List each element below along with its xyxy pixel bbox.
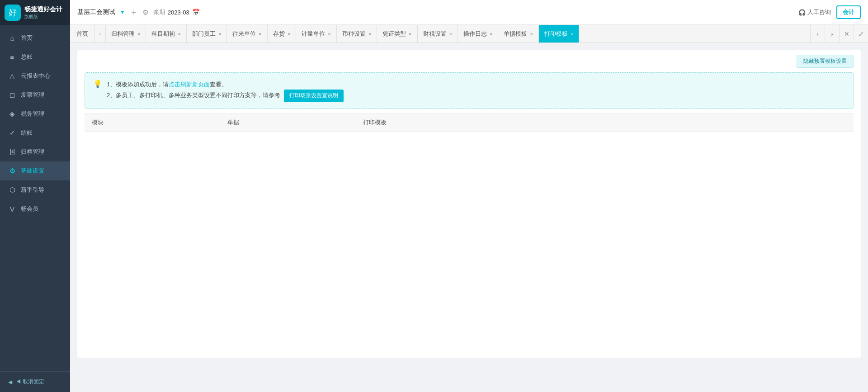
home-icon: ⌂ (8, 34, 16, 42)
tab-department[interactable]: 部门员工 × (187, 25, 227, 43)
tab-printtemplate-label: 打印模板 (544, 30, 568, 38)
notice-content: 💡 1、模板添加成功后，请点击刷新新页面查看。 2、多员工、多打印机、多种业务类… (93, 79, 845, 102)
period-value: 2023-03 (168, 9, 189, 16)
sidebar-item-vip-label: 畅会员 (21, 205, 38, 213)
tab-supplier-close[interactable]: × (259, 31, 261, 37)
tab-inventory[interactable]: 存货 × (268, 25, 296, 43)
tabbar: 首页 ‹ 归档管理 × 科目期初 × 部门员工 × 往来单位 × 存货 × 计量… (70, 25, 868, 43)
tab-subject-close[interactable]: × (178, 31, 180, 37)
tab-home[interactable]: 首页 (70, 25, 95, 43)
tab-sliptemplate[interactable]: 单据模板 × (498, 25, 538, 43)
tab-inventory-close[interactable]: × (288, 31, 290, 37)
topbar-left: 基层工会测试 ▼ ＋ ⚙ 账期 2023-03 📅 (77, 8, 200, 17)
tab-supplier[interactable]: 往来单位 × (227, 25, 267, 43)
tab-subject-label: 科目期初 (151, 30, 175, 38)
tab-sliptemplate-label: 单据模板 (504, 30, 527, 38)
tab-expand-btn[interactable]: ⤢ (854, 25, 868, 43)
table-col-module: 模块 (85, 118, 220, 127)
sidebar-item-tax[interactable]: ◈ 税务管理 (0, 104, 70, 123)
sidebar-nav: ⌂ 首页 ≡ 总账 △ 云报表中心 ◻ 发票管理 ◈ 税务管理 ✓ 结账 🗄 归… (0, 25, 70, 371)
period-label: 账期 (153, 8, 165, 16)
print-scene-btn[interactable]: 打印场景设置宣说明 (284, 90, 344, 102)
sidebar-item-home-label: 首页 (21, 34, 33, 42)
tab-inventory-label: 存货 (273, 30, 285, 38)
vip-icon: V (8, 205, 16, 213)
sidebar-item-settings[interactable]: ⚙ 基础设置 (0, 161, 70, 180)
tab-subject[interactable]: 科目期初 × (146, 25, 186, 43)
notice-line1-suffix: 查看。 (210, 81, 227, 88)
tab-currency-close[interactable]: × (368, 31, 371, 37)
checkout-icon: ✓ (8, 129, 16, 137)
calendar-icon[interactable]: 📅 (192, 9, 200, 16)
logo-text: 畅捷通好会计 旗舰版 (24, 5, 62, 20)
period-section: 账期 2023-03 📅 (153, 8, 200, 16)
tab-sliptemplate-close[interactable]: × (530, 31, 533, 37)
table-col-template: 打印模板 (356, 118, 854, 127)
main-area: 基层工会测试 ▼ ＋ ⚙ 账期 2023-03 📅 🎧 人工咨询 会计 首页 ‹… (70, 0, 868, 392)
tab-oplog-close[interactable]: × (490, 31, 492, 37)
tab-voucher-close[interactable]: × (409, 31, 411, 37)
service-btn[interactable]: 🎧 人工咨询 (798, 8, 831, 16)
tab-taxsetting-close[interactable]: × (449, 31, 452, 37)
sidebar: 好 畅捷通好会计 旗舰版 ⌂ 首页 ≡ 总账 △ 云报表中心 ◻ 发票管理 ◈ … (0, 0, 70, 392)
notice-line2-prefix: 2、多员工、多打印机、多种业务类型设置不同打印方案等，请参考 (107, 92, 280, 99)
notice-bulb-icon: 💡 (93, 80, 102, 88)
tab-scroll-left-btn[interactable]: ‹ (810, 25, 825, 43)
tab-currency[interactable]: 币种设置 × (337, 25, 377, 43)
notice-text: 1、模板添加成功后，请点击刷新新页面查看。 2、多员工、多打印机、多种业务类型设… (107, 79, 845, 102)
tab-close-all-btn[interactable]: ✕ (839, 25, 854, 43)
sidebar-item-reports[interactable]: △ 云报表中心 (0, 66, 70, 85)
table-col-slip: 单据 (220, 118, 356, 127)
unpin-icon: ◀ (8, 379, 12, 385)
sidebar-footer-label: ◀ 取消固定 (16, 378, 44, 386)
hide-presets-section: 隐藏预置模板设置 (77, 50, 861, 68)
tab-printtemplate[interactable]: 打印模板 × (539, 25, 579, 43)
table-header: 模块 单据 打印模板 (85, 113, 854, 132)
topbar-setting-icon[interactable]: ⚙ (142, 8, 149, 17)
company-name: 基层工会测试 (77, 8, 115, 16)
tab-home-label: 首页 (76, 30, 88, 38)
settings-icon: ⚙ (8, 167, 16, 175)
tab-supplier-label: 往来单位 (232, 30, 256, 38)
tab-measure-close[interactable]: × (328, 31, 330, 37)
tab-actions: ‹ › ✕ ⤢ (810, 25, 868, 43)
add-tab-btn[interactable]: ＋ (130, 8, 138, 16)
hide-presets-button[interactable]: 隐藏预置模板设置 (797, 55, 854, 68)
sidebar-item-guide[interactable]: ⬡ 新手引导 (0, 180, 70, 199)
tab-oplog-label: 操作日志 (463, 30, 487, 38)
logo-title: 畅捷通好会计 (24, 5, 62, 14)
sidebar-item-ledger-label: 总账 (21, 53, 33, 61)
tab-measure[interactable]: 计量单位 × (296, 25, 336, 43)
tab-oplog[interactable]: 操作日志 × (458, 25, 498, 43)
tab-department-close[interactable]: × (218, 31, 221, 37)
topbar: 基层工会测试 ▼ ＋ ⚙ 账期 2023-03 📅 🎧 人工咨询 会计 (70, 0, 868, 25)
tab-taxsetting[interactable]: 财税设置 × (418, 25, 458, 43)
tab-voucher-label: 凭证类型 (382, 30, 406, 38)
kuaiji-button[interactable]: 会计 (836, 5, 861, 19)
sidebar-item-archive-label: 归档管理 (21, 148, 44, 156)
tab-measure-label: 计量单位 (302, 30, 325, 38)
sidebar-item-checkout[interactable]: ✓ 结账 (0, 123, 70, 142)
tab-scroll-right-btn[interactable]: › (825, 25, 839, 43)
sidebar-item-vip[interactable]: V 畅会员 (0, 199, 70, 218)
tab-archive[interactable]: 归档管理 × (106, 25, 146, 43)
sidebar-item-checkout-label: 结账 (21, 129, 33, 137)
content-inner: 隐藏预置模板设置 💡 1、模板添加成功后，请点击刷新新页面查看。 2、多员工、多… (77, 50, 861, 358)
sidebar-unpin-btn[interactable]: ◀ ◀ 取消固定 (0, 371, 70, 392)
sidebar-item-invoice-label: 发票管理 (21, 91, 44, 99)
sidebar-item-settings-label: 基础设置 (21, 167, 44, 175)
tab-voucher[interactable]: 凭证类型 × (377, 25, 417, 43)
tab-printtemplate-close[interactable]: × (571, 31, 573, 37)
sidebar-logo: 好 畅捷通好会计 旗舰版 (0, 0, 70, 25)
tab-archive-close[interactable]: × (137, 31, 140, 37)
tab-prev-btn[interactable]: ‹ (95, 25, 106, 43)
sidebar-item-reports-label: 云报表中心 (21, 72, 50, 80)
company-dropdown-icon[interactable]: ▼ (120, 9, 125, 15)
sidebar-item-archive[interactable]: 🗄 归档管理 (0, 142, 70, 161)
reports-icon: △ (8, 72, 16, 80)
sidebar-item-invoice[interactable]: ◻ 发票管理 (0, 85, 70, 104)
notice-line1-link[interactable]: 点击刷新新页面 (169, 81, 210, 88)
sidebar-item-home[interactable]: ⌂ 首页 (0, 28, 70, 47)
logo-sub: 旗舰版 (24, 14, 62, 20)
sidebar-item-ledger[interactable]: ≡ 总账 (0, 47, 70, 66)
